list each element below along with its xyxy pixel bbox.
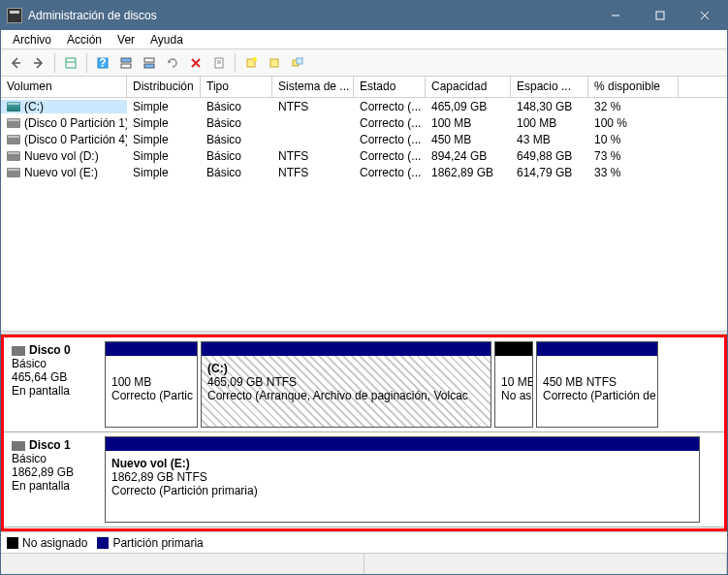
volume-row[interactable]: (Disco 0 Partición 4)SimpleBásicoCorrect… <box>1 131 727 147</box>
graphical-pane: Disco 0Básico465,64 GBEn pantalla100 MBC… <box>1 335 727 531</box>
back-button[interactable] <box>5 52 26 74</box>
menu-accion[interactable]: Acción <box>59 31 110 48</box>
col-sistema[interactable]: Sistema de ... <box>272 77 354 97</box>
volume-icon <box>7 118 20 128</box>
properties-button[interactable] <box>208 52 230 74</box>
partition-body: 100 MBCorrecto (Partic <box>106 356 197 427</box>
partition[interactable]: (C:)465,09 GB NTFSCorrecto (Arranque, Ar… <box>201 341 491 428</box>
delete-button[interactable] <box>185 52 206 74</box>
cell: Básico <box>201 116 272 130</box>
col-pct[interactable]: % disponible <box>588 77 679 97</box>
partition[interactable]: 450 MB NTFSCorrecto (Partición de <box>536 341 658 428</box>
svg-rect-11 <box>121 64 131 68</box>
menubar: Archivo Acción Ver Ayuda <box>1 30 727 49</box>
cell: 649,88 GB <box>511 149 588 163</box>
cell: 33 % <box>588 166 679 179</box>
titlebar: Administración de discos <box>1 1 727 30</box>
col-tipo[interactable]: Tipo <box>201 77 272 97</box>
menu-archivo[interactable]: Archivo <box>5 31 59 48</box>
swatch-noasignado <box>7 537 18 549</box>
forward-button[interactable] <box>28 52 49 74</box>
cell: 894,24 GB <box>426 149 511 163</box>
menu-ver[interactable]: Ver <box>110 31 142 48</box>
window-title: Administración de discos <box>28 9 593 22</box>
svg-text:?: ? <box>99 56 106 70</box>
partition-body: 450 MB NTFSCorrecto (Partición de <box>537 356 657 427</box>
refresh-button[interactable] <box>162 52 183 74</box>
legend-item-primaria: Partición primaria <box>97 536 203 550</box>
cell: 100 % <box>588 116 679 130</box>
cell: NTFS <box>272 149 354 163</box>
volume-row[interactable]: Nuevo vol (D:)SimpleBásicoNTFSCorrecto (… <box>1 147 727 164</box>
volume-row[interactable]: Nuevo vol (E:)SimpleBásicoNTFSCorrecto (… <box>1 164 727 180</box>
new-button[interactable] <box>240 52 262 74</box>
svg-rect-1 <box>656 12 664 19</box>
col-distribucion[interactable]: Distribución <box>127 77 201 97</box>
cell: Básico <box>201 133 272 146</box>
status-cell <box>1 554 364 574</box>
action2-button[interactable] <box>287 52 308 74</box>
cell: NTFS <box>272 166 354 179</box>
cell: (Disco 0 Partición 1) <box>1 116 127 130</box>
svg-rect-6 <box>66 58 76 68</box>
view-list-button[interactable] <box>60 52 81 74</box>
cell: 450 MB <box>426 133 511 146</box>
partition[interactable]: 100 MBCorrecto (Partic <box>105 341 198 428</box>
partition-body: (C:)465,09 GB NTFSCorrecto (Arranque, Ar… <box>202 356 491 427</box>
cell: 100 MB <box>426 116 511 130</box>
cell: 32 % <box>588 100 679 113</box>
cell: Correcto (... <box>354 149 426 163</box>
volume-row[interactable]: (Disco 0 Partición 1)SimpleBásicoCorrect… <box>1 114 727 131</box>
cell: Simple <box>127 133 201 146</box>
volume-list[interactable]: (C:)SimpleBásicoNTFSCorrecto (...465,09 … <box>1 98 727 331</box>
legend: No asignado Partición primaria <box>1 531 727 553</box>
cell: Simple <box>127 100 201 113</box>
col-capacidad[interactable]: Capacidad <box>426 77 511 97</box>
cell: Correcto (... <box>354 100 426 113</box>
volume-row[interactable]: (C:)SimpleBásicoNTFSCorrecto (...465,09 … <box>1 98 727 114</box>
partition-header <box>537 342 657 356</box>
cell: Básico <box>201 100 272 113</box>
toolbar-separator <box>86 53 87 73</box>
svg-rect-10 <box>121 58 131 62</box>
volume-icon <box>7 135 20 144</box>
partition-body: 10 MBNo asig <box>495 356 532 427</box>
partition-header <box>202 342 491 356</box>
menu-ayuda[interactable]: Ayuda <box>142 31 191 48</box>
svg-point-18 <box>253 57 257 61</box>
minimize-button[interactable] <box>593 1 638 30</box>
cell: Correcto (... <box>354 133 426 146</box>
column-headers: Volumen Distribución Tipo Sistema de ...… <box>1 77 727 98</box>
maximize-button[interactable] <box>638 1 682 30</box>
action1-button[interactable] <box>264 52 285 74</box>
volume-icon <box>7 151 20 161</box>
view-top-button[interactable] <box>115 52 137 74</box>
volume-icon <box>7 168 20 177</box>
view-bottom-button[interactable] <box>139 52 160 74</box>
partition-header <box>495 342 532 356</box>
cell: 465,09 GB <box>426 100 511 113</box>
disk-row: Disco 1Básico1862,89 GBEn pantallaNuevo … <box>4 432 724 527</box>
partition[interactable]: Nuevo vol (E:)1862,89 GB NTFSCorrecto (P… <box>105 436 700 523</box>
cell: 73 % <box>588 149 679 163</box>
legend-item-noasignado: No asignado <box>7 536 87 550</box>
cell: (Disco 0 Partición 4) <box>1 133 127 146</box>
help-button[interactable]: ? <box>92 52 113 74</box>
partition-header <box>106 437 699 451</box>
cell: Correcto (... <box>354 116 426 130</box>
toolbar: ? <box>1 49 727 77</box>
cell: NTFS <box>272 100 354 113</box>
cell: Nuevo vol (E:) <box>1 166 127 179</box>
close-button[interactable] <box>682 1 727 30</box>
partition[interactable]: 10 MBNo asig <box>494 341 533 428</box>
toolbar-separator <box>54 53 55 73</box>
disk-icon <box>12 346 25 356</box>
svg-rect-19 <box>270 59 278 67</box>
cell: 10 % <box>588 133 679 146</box>
app-icon <box>7 8 22 23</box>
col-volumen[interactable]: Volumen <box>1 77 127 97</box>
col-estado[interactable]: Estado <box>354 77 426 97</box>
disk-label: Disco 1Básico1862,89 GBEn pantalla <box>4 432 101 527</box>
disk-label: Disco 0Básico465,64 GBEn pantalla <box>4 337 101 431</box>
col-espacio[interactable]: Espacio ... <box>511 77 588 97</box>
